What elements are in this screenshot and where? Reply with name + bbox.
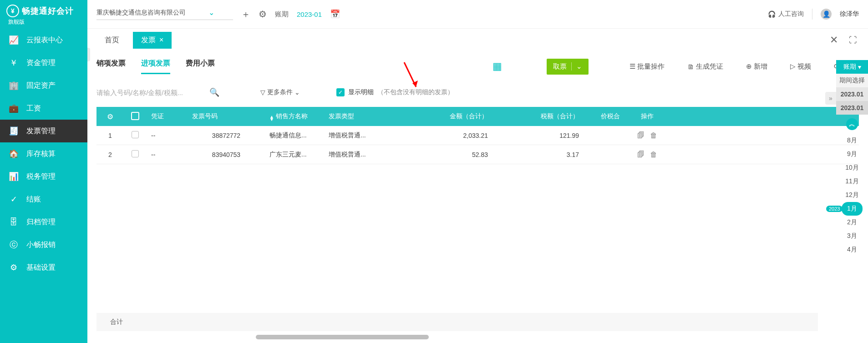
col-type[interactable]: 发票类型 xyxy=(324,112,388,121)
plus-circle-icon: ⊕ xyxy=(746,62,752,71)
sidebar-item[interactable]: 📈云报表中心 xyxy=(0,29,87,51)
col-voucher[interactable]: 凭证 xyxy=(147,112,188,121)
search-input[interactable] xyxy=(96,89,209,96)
sidebar-item-label: 发票管理 xyxy=(26,126,56,136)
sidebar-item[interactable]: 🧾发票管理 xyxy=(0,120,87,142)
calendar-icon[interactable]: 📅 xyxy=(330,9,340,19)
period-month[interactable]: 12月 xyxy=(836,188,868,202)
sidebar-item[interactable]: ✓结账 xyxy=(0,188,87,211)
view-icon[interactable]: 🗐 xyxy=(637,131,645,139)
col-amount[interactable]: 金额（合计） xyxy=(388,112,492,121)
page-tab[interactable]: 首页 xyxy=(96,32,127,49)
sidebar-item[interactable]: 🏢固定资产 xyxy=(0,74,87,97)
fullscreen-icon[interactable]: ⛶ xyxy=(847,35,859,45)
menu-icon: 📈 xyxy=(9,35,18,45)
company-selector[interactable]: 重庆畅捷交通信息咨询有限公司 ⌄ xyxy=(96,8,233,20)
qr-icon[interactable]: ▦ xyxy=(492,61,502,72)
period-selector-label: 期间选择 xyxy=(836,74,868,87)
sidebar: ¥ 畅捷通好会计 旗舰版 📈云报表中心￥资金管理🏢固定资产💼工资🧾发票管理🏠库存… xyxy=(0,0,87,343)
gear-icon[interactable]: ⚙ xyxy=(107,113,113,121)
video-button[interactable]: ▷视频 xyxy=(787,61,815,73)
brand-title: 畅捷通好会计 xyxy=(22,5,74,16)
period-month[interactable]: 3月 xyxy=(836,229,868,243)
period-month[interactable]: 20231月 xyxy=(842,202,863,216)
invoice-table: ⚙ 凭证 发票号码 ▲▼销售方名称 发票类型 金额（合计） 税额（合计） 价税合… xyxy=(96,107,859,164)
menu-icon: 🏢 xyxy=(9,81,18,91)
scroll-up-icon[interactable]: ︽ xyxy=(846,118,858,130)
logo: ¥ 畅捷通好会计 旗舰版 xyxy=(0,0,87,29)
close-icon[interactable]: × xyxy=(159,36,163,44)
period-panel-head[interactable]: 账期▾ xyxy=(836,60,868,74)
page-tabs: 首页发票× ✕ ⛶ xyxy=(87,29,868,51)
chevron-down-icon: ⌄ xyxy=(294,89,300,96)
plus-icon[interactable]: ＋ xyxy=(241,8,250,20)
col-invoice-no[interactable]: 发票号码 xyxy=(188,112,265,121)
sidebar-item-label: 归档管理 xyxy=(26,217,56,227)
select-all-checkbox[interactable] xyxy=(131,112,139,120)
year-badge: 2023 xyxy=(826,206,843,212)
period-month[interactable]: 10月 xyxy=(836,161,868,175)
username[interactable]: 徐泽华 xyxy=(840,10,859,18)
sub-tab[interactable]: 进项发票 xyxy=(141,59,170,74)
brand-edition: 旗舰版 xyxy=(6,18,81,26)
col-tax[interactable]: 税额（合计） xyxy=(492,112,584,121)
search-icon[interactable]: 🔍 xyxy=(209,87,219,97)
period-month[interactable]: 8月 xyxy=(836,134,868,147)
period-year[interactable]: 2023.01 xyxy=(836,101,868,115)
sidebar-item[interactable]: 🗄归档管理 xyxy=(0,211,87,233)
logo-icon: ¥ xyxy=(6,5,19,17)
sidebar-item[interactable]: ￥资金管理 xyxy=(0,51,87,74)
batch-button[interactable]: ☰批量操作 xyxy=(626,61,668,73)
period-panel-toggle[interactable]: » xyxy=(825,92,836,105)
chevron-down-icon: ⌄ xyxy=(571,62,582,71)
sidebar-item-label: 税务管理 xyxy=(26,172,56,182)
gear-icon[interactable]: ⚙ xyxy=(259,9,267,20)
consult-button[interactable]: 🎧 人工咨询 xyxy=(768,10,804,18)
table-total-row: 合计 xyxy=(96,313,818,331)
content: 销项发票进项发票费用小票 ▦ 取票 ⌄ ☰批量操作 🗎生成凭证 ⊕新增 ▷视频 … xyxy=(87,51,868,343)
view-icon[interactable]: 🗐 xyxy=(637,151,645,158)
page-tab[interactable]: 发票× xyxy=(133,32,172,49)
menu-icon: ⚙ xyxy=(9,262,18,272)
period-value[interactable]: 2023-01 xyxy=(297,10,322,18)
sidebar-item-label: 结账 xyxy=(26,195,41,204)
sidebar-item[interactable]: 📊税务管理 xyxy=(0,165,87,188)
close-tab-button[interactable]: ✕ xyxy=(826,34,842,46)
table-row[interactable]: 2 -- 83940753 广东三元麦... 增值税普通... 52.83 3.… xyxy=(96,145,859,164)
menu-icon: ￥ xyxy=(9,57,18,68)
sort-icon: ▲▼ xyxy=(269,116,274,121)
row-checkbox[interactable] xyxy=(132,150,139,157)
col-seller[interactable]: ▲▼销售方名称 xyxy=(265,112,324,121)
sidebar-item[interactable]: ⓒ小畅报销 xyxy=(0,233,87,256)
topbar: 重庆畅捷交通信息咨询有限公司 ⌄ ＋ ⚙ 账期 2023-01 📅 🎧 人工咨询… xyxy=(87,0,868,29)
period-label: 账期 xyxy=(275,10,289,19)
period-month[interactable]: 4月 xyxy=(836,243,868,257)
play-icon: ▷ xyxy=(790,62,796,71)
gen-voucher-button[interactable]: 🗎生成凭证 xyxy=(684,61,727,73)
horizontal-scrollbar[interactable] xyxy=(256,335,429,339)
col-price-tax[interactable]: 价税合 xyxy=(584,112,624,121)
more-conditions[interactable]: ▽ 更多条件 ⌄ xyxy=(260,88,300,96)
sub-tab[interactable]: 费用小票 xyxy=(186,59,215,74)
fetch-invoice-button[interactable]: 取票 ⌄ xyxy=(547,59,589,75)
period-year[interactable]: 2023.01 xyxy=(836,87,868,101)
period-month[interactable]: 2月 xyxy=(836,216,868,229)
period-month[interactable]: 11月 xyxy=(836,175,868,188)
sidebar-item[interactable]: 🏠库存核算 xyxy=(0,142,87,165)
delete-icon[interactable]: 🗑 xyxy=(650,131,657,139)
headset-icon: 🎧 xyxy=(768,10,776,18)
filter-icon: ▽ xyxy=(260,89,265,96)
fetch-label: 取票 xyxy=(553,62,567,71)
avatar[interactable]: 👤 xyxy=(821,9,832,20)
menu-icon: 💼 xyxy=(9,103,18,113)
doc-icon: 🗎 xyxy=(687,63,694,71)
delete-icon[interactable]: 🗑 xyxy=(650,151,657,158)
show-detail-checkbox[interactable]: ✓ xyxy=(336,88,345,96)
sidebar-item[interactable]: 💼工资 xyxy=(0,97,87,120)
table-row[interactable]: 1 -- 38872772 畅捷通信息... 增值税普通... 2,033.21… xyxy=(96,126,859,145)
sidebar-item[interactable]: ⚙基础设置 xyxy=(0,256,87,279)
row-checkbox[interactable] xyxy=(132,131,139,138)
add-button[interactable]: ⊕新增 xyxy=(742,61,771,73)
period-month[interactable]: 9月 xyxy=(836,147,868,161)
sub-tab[interactable]: 销项发票 xyxy=(96,59,126,74)
